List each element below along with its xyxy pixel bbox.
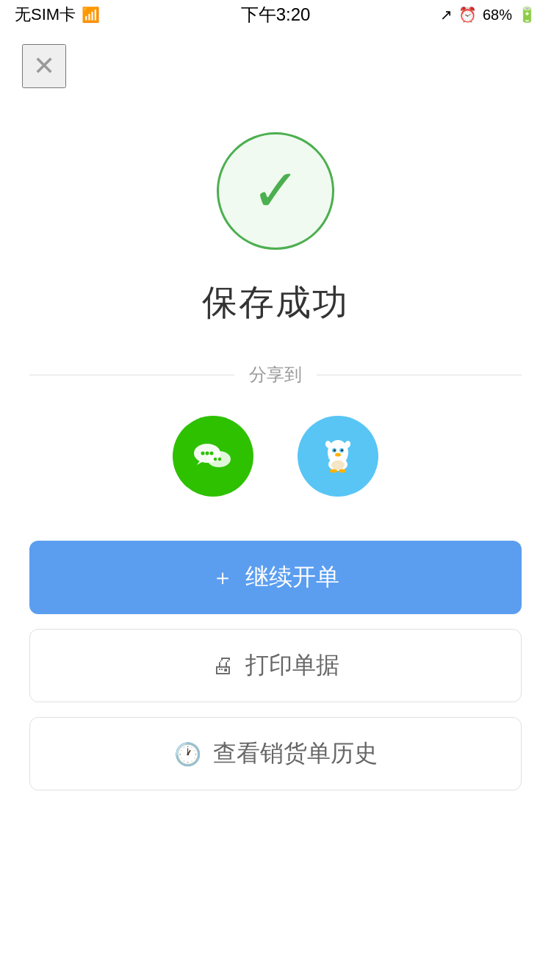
qq-icon: [315, 433, 361, 479]
continue-order-label: 继续开单: [245, 561, 339, 594]
carrier-text: 无SIM卡: [15, 4, 76, 26]
history-button[interactable]: 🕐 查看销货单历史: [29, 717, 522, 790]
battery-text: 68%: [483, 7, 512, 24]
svg-point-5: [213, 457, 216, 460]
divider-right: [317, 375, 522, 375]
history-label: 查看销货单历史: [213, 738, 378, 770]
close-x-icon: ✕: [33, 53, 55, 79]
svg-point-16: [330, 469, 337, 473]
wechat-share-button[interactable]: [173, 416, 253, 497]
print-button[interactable]: 🖨 打印单据: [29, 629, 522, 702]
status-bar: 无SIM卡 📶 下午3:20 ↗ ⏰ 68% 🔋: [0, 0, 551, 29]
status-right: ↗ ⏰ 68% 🔋: [440, 6, 536, 24]
svg-point-15: [331, 461, 345, 470]
printer-icon: 🖨: [212, 653, 234, 678]
share-buttons: [173, 416, 378, 497]
success-circle: ✓: [217, 132, 334, 250]
alarm-icon: ⏰: [458, 6, 477, 24]
svg-point-3: [205, 451, 209, 455]
plus-icon: ＋: [212, 563, 234, 593]
svg-point-13: [335, 453, 341, 457]
svg-point-17: [339, 469, 346, 473]
print-label: 打印单据: [245, 649, 339, 682]
status-time: 下午3:20: [241, 3, 311, 26]
svg-point-6: [217, 457, 220, 460]
wechat-icon: [190, 433, 237, 480]
divider-left: [29, 375, 234, 375]
svg-point-2: [201, 451, 204, 455]
battery-icon: 🔋: [518, 6, 536, 24]
svg-point-12: [341, 450, 343, 452]
action-buttons: ＋ 继续开单 🖨 打印单据 🕐 查看销货单历史: [29, 541, 522, 790]
success-title: 保存成功: [202, 279, 349, 326]
share-divider: 分享到: [29, 363, 522, 386]
qq-share-button[interactable]: [298, 416, 378, 497]
history-icon: 🕐: [174, 741, 201, 767]
close-button[interactable]: ✕: [22, 44, 66, 88]
svg-point-11: [334, 450, 336, 452]
share-label: 分享到: [249, 363, 302, 386]
location-icon: ↗: [440, 6, 453, 24]
svg-point-4: [209, 451, 213, 455]
continue-order-button[interactable]: ＋ 继续开单: [29, 541, 522, 614]
wifi-icon: 📶: [82, 6, 100, 24]
checkmark-icon: ✓: [251, 162, 300, 220]
status-left: 无SIM卡 📶: [15, 4, 100, 26]
main-content: ✕ ✓ 保存成功 分享到: [0, 29, 551, 980]
